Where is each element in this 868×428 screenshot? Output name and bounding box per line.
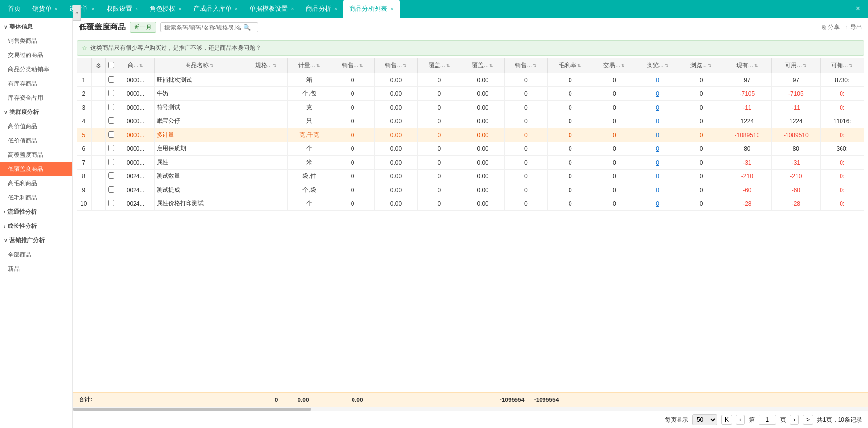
th-sales3[interactable]: 销售...⇅ [504, 58, 547, 73]
row-browse1[interactable]: 0 [636, 87, 679, 101]
row-select-checkbox[interactable] [108, 131, 114, 138]
row-browse1[interactable]: 0 [636, 114, 679, 128]
tab-purchase-order[interactable]: 进货单 × [63, 0, 100, 18]
sidebar-item-high-margin[interactable]: 高毛利商品 [0, 176, 72, 191]
th-spec[interactable]: 规格...⇅ [244, 58, 287, 73]
tab-product-analysis[interactable]: 商品分析 × [300, 0, 343, 18]
th-sales-amount[interactable]: 销售...⇅ [374, 58, 417, 73]
row-checkbox[interactable] [105, 128, 117, 142]
sidebar-item-stocked-goods[interactable]: 有库存商品 [0, 77, 72, 91]
row-browse1[interactable]: 0 [636, 156, 679, 170]
tab-close-icon[interactable]: × [54, 6, 57, 12]
row-select-checkbox[interactable] [108, 145, 114, 151]
tab-close-icon[interactable]: × [390, 6, 393, 12]
row-select-checkbox[interactable] [108, 159, 114, 165]
sidebar-item-sales-goods[interactable]: 销售类商品 [0, 34, 72, 48]
prev-page-button[interactable]: ‹ [736, 415, 745, 425]
last-page-button[interactable]: > [803, 415, 813, 425]
sidebar-item-high-value[interactable]: 高价值商品 [0, 119, 72, 134]
search-icon[interactable]: 🔍 [243, 24, 251, 31]
th-code[interactable]: 商...⇅ [117, 58, 154, 73]
row-browse1[interactable]: 0 [636, 183, 679, 197]
tab-close-icon[interactable]: × [135, 6, 138, 12]
row-checkbox[interactable] [105, 101, 117, 114]
tab-product-analysis-list[interactable]: 商品分析列表 × [343, 0, 399, 18]
select-all-checkbox[interactable] [108, 62, 114, 68]
th-checkbox[interactable] [105, 58, 117, 73]
row-checkbox[interactable] [105, 183, 117, 197]
row-select-checkbox[interactable] [108, 90, 114, 96]
th-coverage2[interactable]: 覆盖...⇅ [461, 58, 504, 73]
share-button[interactable]: ⎘ 分享 [822, 23, 840, 31]
sidebar-section-liquidity[interactable]: › 流通性分析 [0, 205, 72, 219]
tab-close-icon[interactable]: × [178, 6, 181, 12]
th-settings[interactable]: ⚙ [91, 58, 105, 73]
row-current-stock: -210 [723, 170, 771, 183]
row-checkbox[interactable] [105, 156, 117, 170]
sidebar-item-high-coverage[interactable]: 高覆盖度商品 [0, 148, 72, 162]
sidebar-item-category-rate[interactable]: 商品分类动销率 [0, 62, 72, 77]
row-select-checkbox[interactable] [108, 172, 114, 179]
th-available-stock[interactable]: 可用...⇅ [772, 58, 820, 73]
sidebar-item-low-coverage[interactable]: 低覆盖度商品 [0, 162, 72, 176]
th-sellable[interactable]: 可销...⇅ [820, 58, 864, 73]
row-checkbox[interactable] [105, 170, 117, 183]
tab-permission-settings[interactable]: 权限设置 × [101, 0, 144, 18]
search-input[interactable] [164, 24, 243, 31]
tab-product-inbound[interactable]: 产成品入库单 × [188, 0, 244, 18]
row-select-checkbox[interactable] [108, 76, 114, 83]
th-name[interactable]: 商品名称⇅ [154, 58, 244, 73]
next-page-button[interactable]: › [790, 415, 799, 425]
tab-close-icon[interactable]: × [235, 6, 238, 12]
tab-close-icon[interactable]: × [334, 6, 337, 12]
row-checkbox[interactable] [105, 114, 117, 128]
window-close-icon[interactable]: × [850, 4, 866, 13]
row-browse1[interactable]: 0 [636, 142, 679, 156]
th-sales-count[interactable]: 销售...⇅ [331, 58, 374, 73]
sidebar-item-traded-goods[interactable]: 交易过的商品 [0, 48, 72, 62]
page-number-input[interactable]: 1 [759, 415, 776, 425]
row-checkbox[interactable] [105, 87, 117, 101]
data-table-container[interactable]: ⚙ 商...⇅ 商品名称⇅ 规格...⇅ 计量...⇅ 销售...⇅ 销售...… [77, 58, 864, 392]
sidebar-collapse-button[interactable]: « [73, 5, 81, 21]
th-coverage1[interactable]: 覆盖...⇅ [418, 58, 461, 73]
sidebar-section-cluster[interactable]: ∨ 类群度分析 [0, 105, 72, 119]
th-current-stock[interactable]: 现有...⇅ [723, 58, 771, 73]
period-button[interactable]: 近一月 [130, 22, 156, 33]
row-browse1[interactable]: 0 [636, 73, 679, 87]
first-page-button[interactable]: K [721, 415, 732, 425]
row-browse1[interactable]: 0 [636, 101, 679, 114]
page-size-select[interactable]: 50 20 100 [692, 414, 717, 425]
sidebar-section-growth[interactable]: › 成长性分析 [0, 219, 72, 233]
tab-sales-order[interactable]: 销货单 × [27, 0, 63, 18]
th-browse1[interactable]: 浏览...⇅ [636, 58, 679, 73]
row-browse1[interactable]: 0 [636, 128, 679, 142]
export-button[interactable]: ↑ 导出 [845, 23, 862, 31]
row-select-checkbox[interactable] [108, 104, 114, 110]
row-checkbox[interactable] [105, 142, 117, 156]
tab-close-icon[interactable]: × [91, 6, 94, 12]
sidebar-section-general[interactable]: ∨ 整体信息 [0, 20, 72, 34]
row-checkbox[interactable] [105, 73, 117, 87]
tab-template-settings[interactable]: 单据模板设置 × [244, 0, 299, 18]
row-checkbox[interactable] [105, 197, 117, 211]
th-unit[interactable]: 计量...⇅ [288, 58, 331, 73]
row-select-checkbox[interactable] [108, 186, 114, 193]
sidebar-item-new-goods[interactable]: 新品 [0, 262, 72, 276]
tab-role-auth[interactable]: 角色授权 × [144, 0, 187, 18]
sidebar-section-marketing[interactable]: ∨ 营销推广分析 [0, 233, 72, 248]
sidebar-item-low-margin[interactable]: 低毛利商品 [0, 191, 72, 205]
row-browse1[interactable]: 0 [636, 197, 679, 211]
th-gross-margin[interactable]: 毛利率⇅ [548, 58, 593, 73]
section-arrow-icon: › [4, 209, 5, 215]
tab-close-icon[interactable]: × [291, 6, 294, 12]
tab-home[interactable]: 首页 [2, 0, 27, 18]
row-select-checkbox[interactable] [108, 117, 114, 124]
th-transaction[interactable]: 交易...⇅ [593, 58, 636, 73]
row-browse1[interactable]: 0 [636, 170, 679, 183]
row-select-checkbox[interactable] [108, 200, 114, 206]
th-browse2[interactable]: 浏览...⇅ [679, 58, 723, 73]
sidebar-item-stock-fund[interactable]: 库存资金占用 [0, 91, 72, 105]
sidebar-item-all-goods[interactable]: 全部商品 [0, 248, 72, 262]
sidebar-item-low-value[interactable]: 低价值商品 [0, 134, 72, 148]
